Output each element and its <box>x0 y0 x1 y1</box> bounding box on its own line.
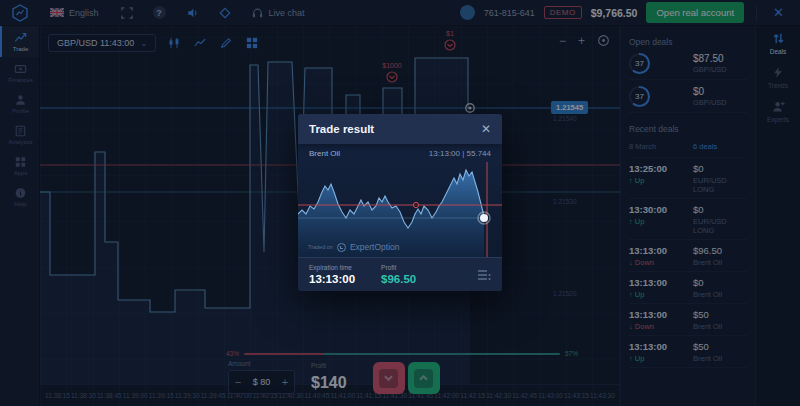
modal-profit-group: Profit $96.50 <box>381 264 416 285</box>
trade-result-modal: Trade result ✕ Brent Oil 13:13:00 | 55.7… <box>298 114 502 291</box>
watermark: Traded on ExpertOption <box>308 242 400 252</box>
modal-title: Trade result <box>309 123 374 135</box>
details-list-icon <box>477 269 491 281</box>
modal-asset-name: Brent Oil <box>309 149 340 158</box>
result-entry-marker <box>413 202 418 207</box>
deal-details-button[interactable] <box>477 269 491 281</box>
modal-profit-value: $96.50 <box>381 273 416 285</box>
watermark-prefix: Traded on <box>308 244 333 250</box>
result-end-dot <box>480 214 488 222</box>
expiration-value: 13:13:00 <box>309 273 355 285</box>
modal-close-icon[interactable]: ✕ <box>481 123 491 135</box>
modal-header: Trade result ✕ <box>298 114 502 144</box>
modal-profit-label: Profit <box>381 264 416 271</box>
watermark-brand: ExpertOption <box>350 242 400 252</box>
modal-quote: 13:13:00 | 55.744 <box>429 149 491 158</box>
expiration-label: Expiration time <box>309 264 355 271</box>
modal-chart-section: Brent Oil 13:13:00 | 55.744 Traded on Ex… <box>298 144 502 257</box>
expertoption-mini-logo-icon <box>337 243 346 252</box>
expiration-group: Expiration time 13:13:00 <box>309 264 355 285</box>
modal-footer: Expiration time 13:13:00 Profit $96.50 <box>298 257 502 291</box>
